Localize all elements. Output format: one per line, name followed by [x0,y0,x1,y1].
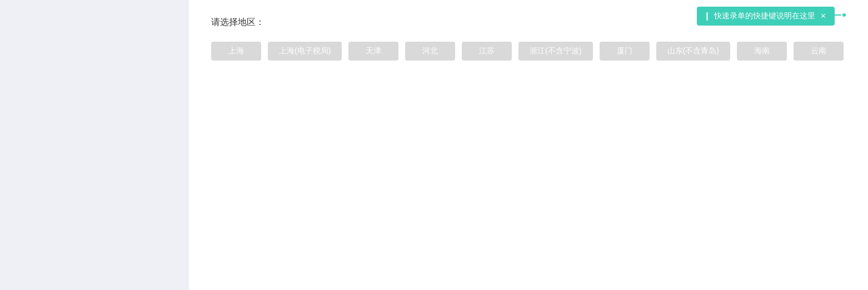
region-button-jiangsu[interactable]: 江苏 [462,42,512,61]
tooltip-text: 快速录单的快捷键说明在这里 [714,11,815,21]
region-button-shanghai-etax[interactable]: 上海(电子税局) [268,42,342,61]
region-button-xiamen[interactable]: 厦门 [600,42,650,61]
region-button-shandong[interactable]: 山东(不含青岛) [656,42,730,61]
left-sidebar [0,0,189,290]
tooltip-connector-dot [841,12,847,18]
tooltip-connector-line [833,14,841,16]
region-button-tianjin[interactable]: 天津 [348,42,398,61]
region-button-zhejiang[interactable]: 浙江(不含宁波) [518,42,592,61]
region-button-shanghai[interactable]: 上海 [211,42,261,61]
main-content: 请选择地区： 上海上海(电子税局)天津河北江苏浙江(不含宁波)厦门山东(不含青岛… [189,0,868,290]
region-button-yunnan[interactable]: 云南 [794,42,844,61]
tooltip-banner: 快速录单的快捷键说明在这里 × [697,7,835,26]
tooltip-close-button[interactable]: × [821,12,826,21]
region-button-hainan[interactable]: 海南 [737,42,787,61]
region-button-hebei[interactable]: 河北 [405,42,455,61]
region-buttons-container: 上海上海(电子税局)天津河北江苏浙江(不含宁波)厦门山东(不含青岛)海南云南 [211,42,846,61]
